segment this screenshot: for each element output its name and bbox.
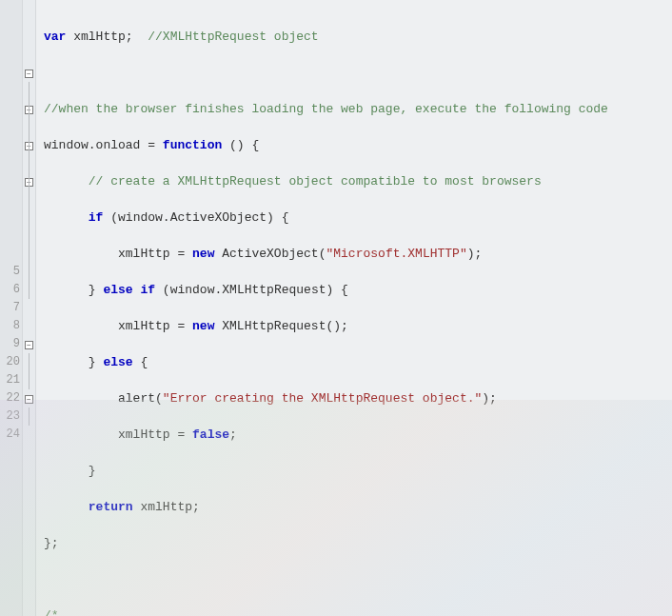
fold-toggle-icon[interactable]: − xyxy=(25,70,33,78)
line-number xyxy=(0,100,22,118)
code-text: ActiveXObject( xyxy=(214,247,326,261)
line-number xyxy=(0,28,22,46)
code-text: } xyxy=(89,355,104,369)
line-number xyxy=(0,118,22,136)
line-number xyxy=(0,190,22,209)
line-number: 21 xyxy=(0,371,22,389)
line-number: 24 xyxy=(0,426,22,444)
line-number xyxy=(0,82,22,100)
fold-toggle-icon[interactable]: − xyxy=(25,178,33,187)
code-text: } xyxy=(89,283,104,297)
code-text: }; xyxy=(44,536,59,550)
line-number: 6 xyxy=(0,281,22,299)
fold-toggle-icon[interactable]: − xyxy=(25,106,33,114)
comment: //XMLHttpRequest object xyxy=(148,30,318,44)
comment: // create a XMLHttpRequest object compat… xyxy=(89,174,542,189)
code-text: (window.XMLHttpRequest) { xyxy=(155,283,348,297)
keyword: false xyxy=(192,427,229,442)
line-number: 22 xyxy=(0,389,22,407)
comment: //when the browser finishes loading the … xyxy=(44,102,608,116)
code-text: } xyxy=(89,464,96,478)
line-number xyxy=(0,136,22,154)
code-text: ; xyxy=(229,427,237,442)
code-text: XMLHttpRequest(); xyxy=(214,319,347,333)
line-number: 20 xyxy=(0,353,22,371)
line-number xyxy=(0,64,22,82)
code-text: { xyxy=(133,355,148,369)
line-number: 23 xyxy=(0,407,22,426)
keyword: var xyxy=(44,30,66,44)
line-number xyxy=(0,172,22,190)
keyword: else xyxy=(103,283,132,297)
code-text: alert( xyxy=(118,391,163,406)
code-text: window.onload = xyxy=(44,138,163,152)
line-number: 8 xyxy=(0,317,22,335)
string-literal: "Error creating the XMLHttpRequest objec… xyxy=(163,391,482,406)
code-text: xmlHttp = xyxy=(118,319,192,333)
code-text: (window.ActiveXObject) { xyxy=(103,210,288,225)
line-number: 7 xyxy=(0,299,22,317)
code-text: xmlHttp; xyxy=(133,500,200,514)
keyword: function xyxy=(163,138,222,152)
comment: /* xyxy=(44,608,59,616)
line-number xyxy=(0,10,22,28)
code-text: xmlHttp = xyxy=(118,247,192,261)
keyword: return xyxy=(89,500,133,514)
keyword: if xyxy=(89,210,104,225)
fold-toggle-icon[interactable]: − xyxy=(25,341,33,349)
line-number: 9 xyxy=(0,335,22,353)
line-number xyxy=(0,209,22,227)
line-number-gutter: 5 6 7 8 9 20 21 22 23 24 xyxy=(0,0,23,616)
code-area[interactable]: var xmlHttp; //XMLHttpRequest object //w… xyxy=(36,0,672,616)
line-number xyxy=(0,227,22,245)
fold-column: − − − − − − xyxy=(23,0,36,616)
code-text: ); xyxy=(467,247,483,261)
code-text: xmlHttp = xyxy=(118,427,192,442)
line-number: 5 xyxy=(0,263,22,281)
fold-toggle-icon[interactable]: − xyxy=(25,395,33,404)
line-number xyxy=(0,245,22,263)
line-number xyxy=(0,154,22,172)
code-text: ); xyxy=(482,391,497,406)
code-text: () { xyxy=(222,138,259,152)
code-editor: 5 6 7 8 9 20 21 22 23 24 − − − − − − xyxy=(0,0,672,616)
string-literal: "Microsoft.XMLHTTP" xyxy=(326,247,466,261)
keyword: new xyxy=(192,319,214,333)
code-text: xmlHttp; xyxy=(66,30,148,44)
line-number xyxy=(0,46,22,64)
keyword: if xyxy=(140,283,155,297)
keyword: else xyxy=(103,355,132,369)
fold-toggle-icon[interactable]: − xyxy=(25,142,33,150)
keyword: new xyxy=(192,247,214,261)
